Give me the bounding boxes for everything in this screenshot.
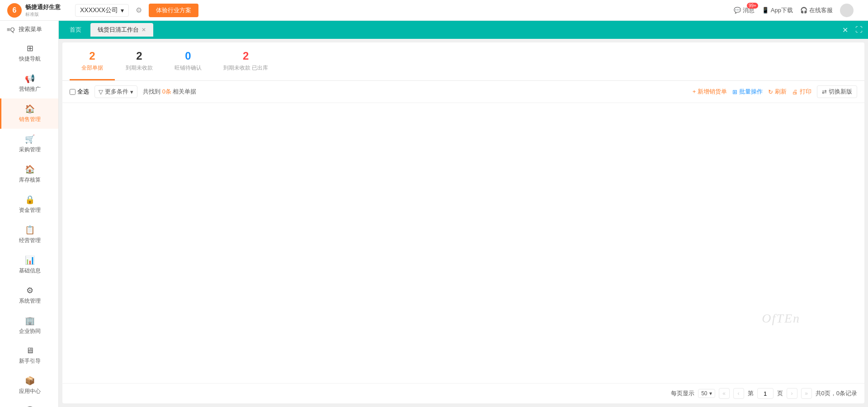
switch-version-button[interactable]: ⇄ 切换新版 <box>817 85 857 98</box>
chevron-down-icon: ▾ <box>709 390 712 397</box>
company-name-text: XXXXXX公司 <box>80 6 118 14</box>
prev-page-button[interactable]: ‹ <box>733 388 744 399</box>
tab-home-label: 首页 <box>70 26 81 34</box>
toolbar: 全选 ▽ 更多条件 ▾ 共找到 0条 相关单据 + 新增销货单 ⊞ 批量操作 <box>62 81 864 103</box>
service-label: 在线客服 <box>809 6 833 14</box>
found-suffix: 相关单据 <box>173 88 196 95</box>
stat-num-wangpu: 0 <box>175 50 202 62</box>
system-icon: ⚙ <box>26 285 33 295</box>
logo-text: 畅捷通好生意 标准版 <box>25 3 61 18</box>
sidebar-item-inventory[interactable]: 🏠 库存核算 <box>0 159 58 189</box>
first-page-button[interactable]: « <box>719 388 730 399</box>
print-button[interactable]: 🖨 打印 <box>792 88 811 96</box>
sidebar-item-label: 基础信息 <box>19 267 41 275</box>
filter-button[interactable]: ▽ 更多条件 ▾ <box>94 85 137 98</box>
tab-close-button[interactable]: ✕ <box>840 24 850 36</box>
download-icon: 📱 <box>762 7 769 14</box>
sidebar-item-basic-info[interactable]: 📊 基础信息 <box>0 250 58 280</box>
sidebar-item-label: 应用中心 <box>19 388 41 395</box>
next-page-button[interactable]: › <box>787 388 797 399</box>
tab-close-icon[interactable]: ✕ <box>142 27 146 33</box>
logo-icon: 6 <box>7 3 22 18</box>
filter-label: 更多条件 <box>105 88 128 96</box>
company-area: XXXXXX公司 ▾ ⚙ 体验行业方案 <box>66 4 734 17</box>
tab-home[interactable]: 首页 <box>62 23 89 37</box>
sidebar-item-guide[interactable]: 🖥 新手引导 <box>0 341 58 370</box>
content-area: 首页 钱货日清工作台 ✕ ✕ ⛶ 2 全部单据 2 到期未收款 <box>59 21 868 407</box>
marketing-icon: 📢 <box>25 74 35 84</box>
stat-tab-overdue-out[interactable]: 2 到期未收款 已出库 <box>212 42 279 80</box>
print-label: 打印 <box>800 88 811 96</box>
sidebar-item-label: 经营管理 <box>19 237 41 244</box>
basic-info-icon: 📊 <box>25 255 35 265</box>
sidebar-item-quick-nav[interactable]: ⊞ 快捷导航 <box>0 38 58 68</box>
found-text: 共找到 0条 相关单据 <box>143 88 196 96</box>
page-label: 第 <box>748 389 754 398</box>
search-menu-item[interactable]: ≡Q 搜索菜单 <box>0 21 58 38</box>
add-sales-order-button[interactable]: + 新增销货单 <box>693 88 727 96</box>
app-center-icon: 📦 <box>25 376 35 386</box>
next-page-icon: › <box>791 390 793 397</box>
batch-label: 批量操作 <box>739 88 763 96</box>
sidebar-item-label: 库存核算 <box>19 176 41 184</box>
purchase-icon: 🛒 <box>25 134 35 144</box>
select-all-input[interactable] <box>70 89 75 95</box>
stat-num-overdue-out: 2 <box>223 50 268 62</box>
trial-button[interactable]: 体验行业方案 <box>149 4 198 17</box>
avatar[interactable] <box>840 4 854 17</box>
sidebar-item-system[interactable]: ⚙ 系统管理 <box>0 280 58 310</box>
sidebar-item-sales[interactable]: 🏠 销售管理 <box>0 98 58 129</box>
page-input[interactable] <box>757 388 774 399</box>
logo-sub: 标准版 <box>25 11 61 18</box>
total-label: 共0页，0条记录 <box>816 389 857 398</box>
message-badge: 99+ <box>747 3 758 9</box>
refresh-icon: ↻ <box>768 89 773 95</box>
operations-icon: 📋 <box>25 225 35 235</box>
logo-area: 6 畅捷通好生意 标准版 <box>7 3 66 18</box>
stat-tab-all[interactable]: 2 全部单据 <box>70 42 115 80</box>
inventory-icon: 🏠 <box>25 164 35 174</box>
grid-icon: ⊞ <box>27 43 33 53</box>
message-icon: 💬 <box>734 7 741 14</box>
sales-icon: 🏠 <box>25 104 35 114</box>
message-action[interactable]: 💬 消息 99+ <box>734 6 755 14</box>
company-selector[interactable]: XXXXXX公司 ▾ <box>75 4 129 17</box>
stat-tab-overdue[interactable]: 2 到期未收款 <box>115 42 164 80</box>
select-all-checkbox[interactable]: 全选 <box>70 88 89 96</box>
sidebar-item-label: 资金管理 <box>19 206 41 214</box>
sidebar-item-marketing[interactable]: 📢 营销推广 <box>0 68 58 98</box>
sidebar-item-label: 快捷导航 <box>19 55 41 63</box>
sidebar-item-cooperation[interactable]: 🏢 企业协同 <box>0 310 58 341</box>
sidebar-item-finance[interactable]: 🔒 资金管理 <box>0 189 58 220</box>
chevron-down-icon: ▾ <box>130 89 133 95</box>
sidebar: ≡Q 搜索菜单 ⊞ 快捷导航 📢 营销推广 🏠 销售管理 🛒 采购管理 🏠 库存… <box>0 21 59 407</box>
tab-expand-button[interactable]: ⛶ <box>854 24 864 36</box>
cooperation-icon: 🏢 <box>25 316 35 326</box>
sidebar-item-operations[interactable]: 📋 经营管理 <box>0 220 58 250</box>
last-page-icon: » <box>805 390 808 397</box>
found-count: 0条 <box>162 88 171 95</box>
page-content: 2 全部单据 2 到期未收款 0 旺铺待确认 2 到期未收款 已出库 <box>62 42 864 403</box>
service-action[interactable]: 🎧 在线客服 <box>800 6 833 14</box>
top-header: 6 畅捷通好生意 标准版 XXXXXX公司 ▾ ⚙ 体验行业方案 💬 消息 99… <box>0 0 868 21</box>
sidebar-item-label: 企业协同 <box>19 327 41 335</box>
sidebar-item-label: 营销推广 <box>19 85 41 93</box>
app-download-action[interactable]: 📱 App下载 <box>762 6 793 14</box>
sidebar-item-app-center[interactable]: 📦 应用中心 <box>0 370 58 401</box>
sidebar-item-purchase[interactable]: 🛒 采购管理 <box>0 129 58 159</box>
batch-operation-button[interactable]: ⊞ 批量操作 <box>732 88 763 96</box>
tab-workbench[interactable]: 钱货日清工作台 ✕ <box>90 23 153 37</box>
page-size-value: 50 <box>701 390 707 397</box>
refresh-button[interactable]: ↻ 刷新 <box>768 88 787 96</box>
page-size-select[interactable]: 50 ▾ <box>698 389 715 398</box>
chevron-down-icon: ▾ <box>121 7 124 14</box>
last-page-button[interactable]: » <box>801 388 812 399</box>
tab-bar: 首页 钱货日清工作台 ✕ ✕ ⛶ <box>59 21 868 39</box>
stat-tab-wangpu[interactable]: 0 旺铺待确认 <box>164 42 212 80</box>
switch-icon: ⇄ <box>822 89 827 95</box>
stats-tabs: 2 全部单据 2 到期未收款 0 旺铺待确认 2 到期未收款 已出库 <box>62 42 864 81</box>
sidebar-item-wechat[interactable]: 💬 企业微信 <box>0 401 58 407</box>
settings-icon[interactable]: ⚙ <box>132 4 145 17</box>
app-download-label: App下载 <box>771 6 793 14</box>
first-page-icon: « <box>722 390 726 397</box>
